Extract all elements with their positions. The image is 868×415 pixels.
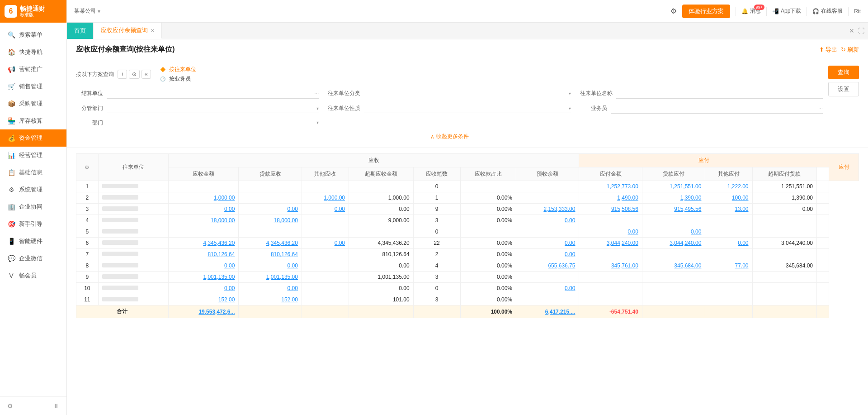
filter-option-by-unit[interactable]: 🔶 按往来单位 <box>160 66 196 73</box>
cell-link[interactable]: 0.00 <box>565 251 575 258</box>
sidebar-item-finance[interactable]: 💰 资金管理 <box>0 129 66 147</box>
settings-footer-btn[interactable]: ⚙ <box>7 402 13 410</box>
export-btn[interactable]: ⬆ 导出 <box>819 46 837 54</box>
sidebar-item-wechat[interactable]: 💬 企业微信 <box>0 250 66 267</box>
cell-link[interactable]: 18,000.00 <box>274 217 298 224</box>
messages-btn[interactable]: 🔔 消息 99+ <box>741 7 761 15</box>
expand-scheme-btn[interactable]: « <box>142 70 151 79</box>
sub-dept-select[interactable]: ▾ <box>107 118 319 127</box>
tab-close-btn[interactable]: ✕ <box>151 28 154 33</box>
sidebar-item-basic-info[interactable]: 📋 基础信息 <box>0 164 66 181</box>
settings-topbar-btn[interactable]: ⚙ <box>670 7 677 15</box>
cell-link[interactable]: 0.00 <box>288 262 298 269</box>
cell-link[interactable]: 0.00 <box>335 240 345 246</box>
cell-link[interactable]: 0.00 <box>288 285 298 291</box>
cell-link[interactable]: 0.00 <box>691 229 701 235</box>
cell-link[interactable]: 915,508.56 <box>611 206 638 212</box>
sidebar-item-search-menu[interactable]: 🔍 搜索菜单 <box>0 26 66 43</box>
table-scroll[interactable]: ⚙ 往来单位 应收 应付 应付 应收金额 贷款应收 其他应收 超期应收金额 <box>76 153 859 318</box>
sidebar-item-purchase[interactable]: 📦 采购管理 <box>0 95 66 112</box>
cell-ap-loan <box>642 215 705 226</box>
partner-name-input[interactable] <box>616 88 823 99</box>
cell-ar-count: 0 <box>413 226 460 238</box>
cell-link[interactable]: 0.00 <box>335 206 345 212</box>
refresh-btn[interactable]: ↻ 刷新 <box>841 46 859 54</box>
cell-ar-loan: 1,001,135.00 <box>239 272 302 283</box>
close-tab-icon[interactable]: ✕ <box>849 27 854 34</box>
by-unit-icon: 🔶 <box>160 67 165 72</box>
online-service-btn[interactable]: 🎧 在线客服 <box>812 7 843 15</box>
sidebar-item-marketing[interactable]: 📢 营销推广 <box>0 61 66 78</box>
cell-link[interactable]: 18,000.00 <box>211 217 235 224</box>
sidebar-item-system[interactable]: ⚙ 系统管理 <box>0 181 66 198</box>
cell-link[interactable]: 0.00 <box>288 206 298 212</box>
collapse-btn[interactable]: ∧ 收起更多条件 <box>76 131 823 142</box>
collapse-sidebar-btn[interactable]: ⏸ <box>53 402 59 410</box>
cell-link[interactable]: 0.00 <box>224 262 235 269</box>
cell-link[interactable]: 0.00 <box>565 217 575 224</box>
sidebar-item-operation[interactable]: 📊 经营管理 <box>0 147 66 164</box>
app-download-btn[interactable]: 📲 App下载 <box>772 7 801 15</box>
expand-tab-icon[interactable]: ⛶ <box>858 27 864 34</box>
cell-link[interactable]: 0.00 <box>738 240 748 246</box>
filter-option-by-salesperson[interactable]: 🕐 按业务员 <box>160 75 196 83</box>
cell-link[interactable]: 100.00 <box>732 195 749 201</box>
total-ar-amount[interactable]: 19,553,472,6... <box>168 305 238 318</box>
cell-link[interactable]: 1,001,135.00 <box>203 274 235 280</box>
solution-btn[interactable]: 体验行业方案 <box>682 5 730 18</box>
cell-link[interactable]: 1,390.00 <box>680 195 702 201</box>
cell-link[interactable]: 1,252,773.00 <box>607 183 638 190</box>
sidebar-item-inventory[interactable]: 🏪 库存核算 <box>0 112 66 129</box>
partner-category-select[interactable]: ▾ <box>364 89 571 98</box>
app-download-icon: 📲 <box>772 8 779 14</box>
cell-ap-amount <box>579 272 642 283</box>
cell-link[interactable]: 810,126.64 <box>271 251 298 258</box>
tab-ar-ap[interactable]: 应收应付余额查询 ✕ <box>94 23 162 39</box>
settlement-unit-ellipsis[interactable]: ··· <box>314 90 319 96</box>
cell-link[interactable]: 3,044,240.00 <box>607 240 638 246</box>
cell-link[interactable]: 345,684.00 <box>674 262 701 269</box>
total-ar-prepaid[interactable]: 6,417,215.... <box>516 305 579 318</box>
cell-link[interactable]: 4,345,436.20 <box>203 240 235 246</box>
dept-select[interactable]: ▾ <box>107 104 319 113</box>
sidebar-item-member[interactable]: V 畅会员 <box>0 267 66 284</box>
cell-link[interactable]: 4,345,436.20 <box>266 240 298 246</box>
add-scheme-btn[interactable]: + <box>118 70 127 79</box>
sidebar-item-sales[interactable]: 🛒 销售管理 <box>0 78 66 95</box>
sidebar-item-quick-nav[interactable]: 🏠 快捷导航 <box>0 43 66 61</box>
tab-home[interactable]: 首页 <box>67 23 94 39</box>
cell-link[interactable]: 655,636.75 <box>548 262 575 269</box>
sidebar-item-corp[interactable]: 🏢 企业协同 <box>0 198 66 215</box>
edit-scheme-btn[interactable]: ⊙ <box>129 70 140 79</box>
cell-link[interactable]: 0.00 <box>628 229 638 235</box>
cell-link[interactable]: 2,153,333.00 <box>543 206 575 212</box>
cell-link[interactable]: 1,251,551.00 <box>670 183 701 190</box>
nature-select[interactable]: ▾ <box>364 104 571 113</box>
cell-link[interactable]: 1,222.00 <box>727 183 749 190</box>
setting-btn[interactable]: 设置 <box>828 82 859 96</box>
sidebar-item-guide[interactable]: 🎯 新手引导 <box>0 215 66 233</box>
cell-link[interactable]: 1,001,135.00 <box>266 274 298 280</box>
sidebar-item-hardware[interactable]: 📱 智能硬件 <box>0 233 66 250</box>
cell-link[interactable]: 152.00 <box>218 296 235 303</box>
cell-link[interactable]: 0.00 <box>224 285 235 291</box>
user-avatar-btn[interactable]: Rit <box>854 8 861 14</box>
cell-link[interactable]: 0.00 <box>565 240 575 246</box>
th-settings[interactable]: ⚙ <box>76 154 99 181</box>
cell-link[interactable]: 0.00 <box>224 206 235 212</box>
cell-link[interactable]: 13.00 <box>735 206 748 212</box>
salesperson-ellipsis[interactable]: ··· <box>818 105 823 111</box>
page-inner: 应收应付余额查询(按往来单位) ⬆ 导出 ↻ 刷新 <box>67 39 868 415</box>
cell-link[interactable]: 152.00 <box>281 296 298 303</box>
cell-link[interactable]: 810,126.64 <box>208 251 235 258</box>
cell-link[interactable]: 345,761.00 <box>611 262 638 269</box>
cell-ar-ratio: 0.00% <box>460 283 516 294</box>
cell-link[interactable]: 915,495.56 <box>674 206 701 212</box>
cell-link[interactable]: 1,490.00 <box>617 195 638 201</box>
cell-link[interactable]: 77.00 <box>735 262 748 269</box>
cell-link[interactable]: 1,000.00 <box>214 195 235 201</box>
query-btn[interactable]: 查询 <box>828 66 859 79</box>
cell-link[interactable]: 1,000.00 <box>324 195 345 201</box>
cell-link[interactable]: 3,044,240.00 <box>670 240 701 246</box>
cell-link[interactable]: 0.00 <box>565 285 575 291</box>
